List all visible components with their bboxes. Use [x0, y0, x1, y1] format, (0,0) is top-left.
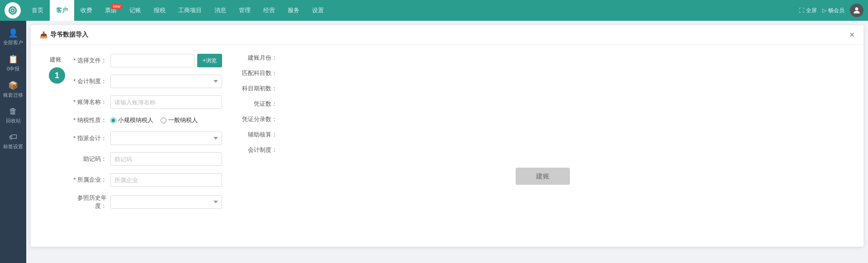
accounting-system-row: * 会计制度： 小企业会计准则 企业会计准则 行政单位会计制度	[70, 75, 222, 88]
ledger-name-input[interactable]	[110, 95, 222, 109]
tax-type-radio-group: 小规模纳税人 一般纳税人	[110, 116, 222, 124]
left-form-panel: * 选择文件： +浏览 * 会计制度： 小企业会计准则	[70, 54, 222, 217]
navbar-right: ⛶ 全屏 ▷ 畅会员	[799, 4, 863, 17]
migration-icon: 📦	[8, 80, 18, 90]
dialog-title-area: 📥 导爷数据导入	[40, 31, 88, 39]
assign-accountant-select[interactable]	[110, 132, 222, 145]
company-input[interactable]	[110, 173, 222, 187]
aux-accounting-label: 辅助核算：	[240, 131, 281, 139]
dialog-title: 导爷数据导入	[50, 31, 88, 39]
accounting-system-select[interactable]: 小企业会计准则 企业会计准则 行政单位会计制度	[110, 75, 222, 88]
nav-item-bookkeeping[interactable]: 记账	[123, 0, 147, 21]
company-label: * 所属企业：	[70, 176, 110, 184]
nav-item-manage[interactable]: 管理	[232, 0, 257, 21]
fullscreen-icon: ⛶	[799, 7, 804, 14]
sidebar-item-migration[interactable]: 📦 账套迁移	[0, 77, 26, 102]
step-circle: 1	[49, 67, 65, 84]
vip-btn[interactable]: ▷ 畅会员	[822, 7, 844, 14]
nav-item-tickets[interactable]: 票据 new	[99, 0, 123, 21]
memo-code-label: 助记码：	[70, 155, 110, 163]
trash-icon: 🗑	[9, 107, 17, 116]
step-label: 建账	[50, 56, 62, 64]
voucher-entries-row: 凭证分录数：	[240, 115, 845, 123]
file-input-group: +浏览	[110, 54, 222, 67]
sidebar-item-trash[interactable]: 🗑 回收站	[0, 103, 26, 128]
sidebar-item-all-clients[interactable]: 👤 全部客户	[0, 24, 26, 50]
initial-balance-label: 科目期初数：	[240, 85, 281, 93]
nav-item-settings[interactable]: 设置	[306, 0, 330, 21]
svg-point-1	[12, 9, 14, 11]
all-clients-icon: 👤	[8, 28, 18, 38]
nav-item-tax[interactable]: 报税	[147, 0, 172, 21]
month-label: 建账月份：	[240, 54, 281, 62]
company-row: * 所属企业：	[70, 173, 222, 187]
nav-item-business[interactable]: 工商项目	[172, 0, 208, 21]
logo[interactable]	[5, 2, 21, 19]
radio-general-input[interactable]	[161, 117, 166, 123]
initial-balance-row: 科目期初数：	[240, 85, 845, 93]
dialog-header: 📥 导爷数据导入 ×	[31, 25, 863, 45]
voucher-count-label: 凭证数：	[240, 100, 281, 108]
right-accounting-system-row: 会计制度：	[240, 146, 845, 154]
history-year-label: 参照历史年度：	[70, 194, 110, 210]
sidebar: 👤 全部客户 📋 0申报 📦 账套迁移 🗑 回收站 🏷 标签设置	[0, 21, 26, 263]
tags-icon: 🏷	[9, 132, 17, 142]
svg-point-2	[855, 7, 859, 10]
browse-button[interactable]: +浏览	[197, 54, 222, 67]
close-button[interactable]: ×	[849, 31, 854, 39]
history-year-select[interactable]	[110, 195, 222, 209]
accounting-system-label: * 会计制度：	[70, 77, 110, 85]
nav-item-fees[interactable]: 收费	[74, 0, 99, 21]
fullscreen-btn[interactable]: ⛶ 全屏	[799, 7, 817, 14]
new-badge: new	[111, 4, 122, 9]
file-row: * 选择文件： +浏览	[70, 54, 222, 67]
main-content: 📥 导爷数据导入 × 建账 1	[26, 21, 868, 263]
avatar[interactable]	[850, 4, 863, 17]
tax-type-label: * 纳税性质：	[70, 116, 110, 124]
nav-item-clients[interactable]: 客户	[50, 0, 74, 21]
match-subjects-label: 匹配科目数：	[240, 69, 281, 77]
ledger-name-label: * 账簿名称：	[70, 98, 110, 106]
file-label: * 选择文件：	[70, 56, 110, 65]
nav-item-services[interactable]: 服务	[281, 0, 306, 21]
file-input[interactable]	[110, 54, 194, 67]
dialog-card: 📥 导爷数据导入 × 建账 1	[31, 25, 863, 247]
radio-small-scale[interactable]: 小规模纳税人	[110, 116, 153, 124]
ledger-name-row: * 账簿名称：	[70, 95, 222, 109]
history-year-row: 参照历史年度：	[70, 194, 222, 210]
create-account-button[interactable]: 建账	[516, 168, 570, 185]
aux-accounting-row: 辅助核算：	[240, 131, 845, 139]
match-subjects-row: 匹配科目数：	[240, 69, 845, 77]
form-area: 建账 1 * 选择文件： +浏览	[31, 45, 863, 226]
radio-small-scale-input[interactable]	[110, 117, 116, 123]
nav-item-messages[interactable]: 消息	[208, 0, 232, 21]
assign-accountant-label: * 指派会计：	[70, 134, 110, 142]
month-row: 建账月份：	[240, 54, 845, 62]
radio-general[interactable]: 一般纳税人	[161, 116, 198, 124]
right-form-panel: 建账月份： 匹配科目数： 科目期初数： 凭证数：	[240, 54, 845, 217]
right-accounting-system-label: 会计制度：	[240, 146, 281, 154]
sidebar-item-declarations[interactable]: 📋 0申报	[0, 51, 26, 76]
navbar: 首页 客户 收费 票据 new 记账 报税 工商项目 消息 管理 经营 服务 设…	[0, 0, 868, 21]
vip-icon: ▷	[822, 7, 826, 14]
nav-menu: 首页 客户 收费 票据 new 记账 报税 工商项目 消息 管理 经营 服务 设…	[25, 0, 799, 21]
voucher-entries-label: 凭证分录数：	[240, 115, 281, 123]
assign-accountant-row: * 指派会计：	[70, 132, 222, 145]
dialog-title-icon: 📥	[40, 31, 47, 38]
nav-item-operations[interactable]: 经营	[257, 0, 281, 21]
layout: 👤 全部客户 📋 0申报 📦 账套迁移 🗑 回收站 🏷 标签设置 📥 导	[0, 21, 868, 263]
memo-code-input[interactable]	[110, 152, 222, 166]
create-btn-row: 建账	[240, 163, 845, 185]
nav-item-home[interactable]: 首页	[25, 0, 50, 21]
sidebar-item-tags[interactable]: 🏷 标签设置	[0, 129, 26, 154]
tax-type-row: * 纳税性质： 小规模纳税人 一般纳税人	[70, 116, 222, 124]
voucher-count-row: 凭证数：	[240, 100, 845, 108]
memo-code-row: 助记码：	[70, 152, 222, 166]
declarations-icon: 📋	[8, 54, 18, 64]
